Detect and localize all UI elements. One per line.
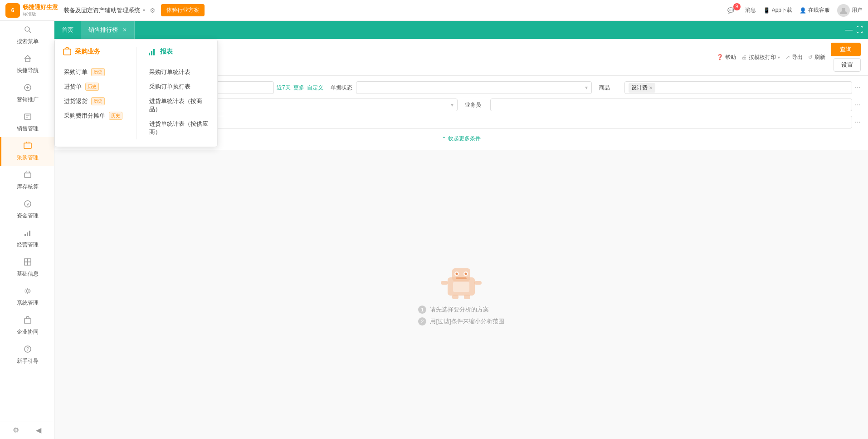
export-action[interactable]: ↗ 导出 [785, 54, 803, 61]
sidebar-settings-btn[interactable]: ⚙ [13, 426, 19, 434]
query-button[interactable]: 查询 [831, 43, 861, 56]
help-action[interactable]: ❓ 帮助 [717, 54, 736, 61]
purchase-icon [24, 142, 32, 152]
dropdown-item-purchase-order-stat[interactable]: 采购订单统计表 [147, 65, 210, 79]
svg-rect-20 [28, 262, 31, 265]
brand-sub: 标准版 [23, 11, 58, 17]
dropdown-item-purchase-expense[interactable]: 采购费用分摊单 历史 [62, 109, 125, 123]
purchase-col-icon [62, 47, 72, 57]
guide-icon: ? [24, 345, 32, 355]
purchase-dropdown-menu: 采购业务 采购订单 历史 进货单 历史 进货退货 历史 采购费用分摊单 历史 报… [54, 39, 218, 147]
salesman-more-icon[interactable]: ··· [855, 101, 861, 109]
goods-tag-text: 设计费 [631, 84, 648, 92]
svg-line-4 [29, 31, 31, 33]
goods-input[interactable]: 设计费 ✕ [624, 81, 852, 94]
online-service-action[interactable]: 👤 在线客服 [800, 6, 830, 14]
sidebar-label-basic: 基础信息 [17, 270, 39, 278]
date-shortcut-7days[interactable]: 近7天 [277, 84, 291, 92]
system-title-text: 装备及固定资产辅助管理系统 [63, 6, 140, 15]
user-action[interactable]: 用户 [837, 4, 863, 17]
avatar [837, 4, 850, 17]
sidebar-collapse-btn[interactable]: ◀ [36, 426, 41, 434]
settings-button[interactable]: 设置 [834, 58, 861, 72]
sidebar-item-basic[interactable]: 基础信息 [0, 253, 54, 282]
refresh-action[interactable]: ↺ 刷新 [808, 54, 825, 61]
svg-point-21 [26, 290, 29, 292]
svg-rect-22 [24, 319, 31, 323]
date-custom[interactable]: 自定义 [307, 84, 323, 92]
dropdown-item-goods-receipt[interactable]: 进货单 历史 [62, 79, 125, 94]
marketing-icon [24, 84, 32, 94]
collapse-button[interactable]: ⌃ 收起更多条件 [442, 133, 481, 144]
sidebar-label-purchase: 采购管理 [17, 154, 39, 162]
purchase-expense-label: 采购费用分摊单 [64, 112, 105, 120]
sidebar-item-sales[interactable]: 销售管理 [0, 108, 54, 137]
sidebar-item-marketing[interactable]: 营销推广 [0, 79, 54, 108]
sidebar-item-system[interactable]: 系统管理 [0, 282, 54, 311]
dropdown-item-goods-return[interactable]: 进货退货 历史 [62, 94, 125, 109]
sidebar-item-guide[interactable]: ? 新手引导 [0, 340, 54, 370]
phone-icon: 📱 [763, 7, 770, 14]
empty-tips: 1 请先选择要分析的方案 2 用[过滤]条件来缩小分析范围 [418, 306, 504, 326]
message-action[interactable]: 💬 9 消息 [727, 6, 756, 14]
svg-rect-36 [453, 282, 469, 292]
goods-more-icon[interactable]: ··· [855, 84, 861, 92]
service-icon: 👤 [800, 7, 806, 14]
main-content: 1 请先选择要分析的方案 2 用[过滤]条件来缩小分析范围 [54, 150, 868, 439]
goods-tag: 设计费 ✕ [629, 83, 655, 93]
customer-more-icon[interactable]: ··· [855, 118, 861, 126]
dropdown-item-receipt-stat-supplier[interactable]: 进货单统计表（按供应商） [147, 117, 210, 139]
app-download-action[interactable]: 📱 App下载 [763, 6, 792, 14]
tip-text-1: 请先选择要分析的方案 [430, 306, 489, 314]
dropdown-divider [136, 47, 137, 139]
message-label: 消息 [745, 6, 756, 14]
tab-maximize-icon[interactable]: ⛶ [856, 26, 863, 34]
arrow-down-icon[interactable]: ▾ [143, 8, 145, 13]
filter-salesman: 业务员 ··· [465, 99, 861, 111]
date-more[interactable]: 更多 [293, 84, 304, 92]
status-input[interactable]: ▾ [356, 81, 592, 94]
filter-status: 单据状态 ▾ [331, 81, 592, 94]
sidebar-item-operations[interactable]: 经营管理 [0, 224, 54, 253]
goods-receipt-label: 进货单 [64, 83, 82, 91]
salesman-input[interactable] [490, 99, 852, 111]
sidebar-item-purchase[interactable]: 采购管理 [0, 137, 54, 166]
svg-rect-31 [456, 277, 467, 279]
report-col-title: 报表 [147, 47, 210, 59]
sidebar-item-enterprise[interactable]: 企业协同 [0, 311, 54, 340]
sidebar-item-finance[interactable]: ¥ 资金管理 [0, 195, 54, 224]
empty-tip-1: 1 请先选择要分析的方案 [418, 306, 504, 314]
print-arrow-icon[interactable]: ▾ [778, 55, 780, 60]
print-label: 按模板打印 [749, 54, 776, 61]
tab-home[interactable]: 首页 [54, 21, 81, 39]
svg-rect-19 [24, 262, 28, 265]
tab-sales-ranking[interactable]: 销售排行榜 ✕ [81, 21, 135, 39]
export-icon: ↗ [785, 54, 790, 60]
tab-minimize-icon[interactable]: — [845, 26, 853, 34]
dropdown-item-receipt-stat-goods[interactable]: 进货单统计表（按商品） [147, 94, 210, 117]
app-download-label: App下载 [772, 6, 792, 14]
collapse-label: 收起更多条件 [448, 135, 481, 143]
goods-tag-close[interactable]: ✕ [649, 85, 653, 90]
svg-rect-17 [24, 259, 28, 262]
tab-close-icon[interactable]: ✕ [122, 27, 127, 33]
refresh-icon: ↺ [808, 54, 813, 60]
export-label: 导出 [792, 54, 803, 61]
trial-button[interactable]: 体验行业方案 [161, 4, 205, 16]
svg-rect-7 [24, 114, 31, 119]
purchase-col: 采购业务 采购订单 历史 进货单 历史 进货退货 历史 采购费用分摊单 历史 [62, 47, 125, 139]
search-icon [24, 25, 32, 36]
svg-rect-14 [24, 234, 26, 236]
sidebar-item-search[interactable]: 搜索菜单 [0, 21, 54, 50]
dropdown-item-purchase-order[interactable]: 采购订单 历史 [62, 65, 125, 79]
home-icon [24, 54, 32, 65]
gear-icon[interactable]: ⚙ [148, 5, 157, 16]
svg-rect-5 [25, 59, 30, 62]
sidebar-item-inventory[interactable]: 库存核算 [0, 166, 54, 195]
print-action[interactable]: 🖨 按模板打印 ▾ [741, 54, 780, 61]
sidebar-label-sales: 销售管理 [17, 125, 39, 133]
svg-point-2 [842, 8, 845, 11]
dropdown-item-purchase-order-exec[interactable]: 采购订单执行表 [147, 79, 210, 94]
sidebar-item-quick[interactable]: 快捷导航 [0, 50, 54, 79]
svg-rect-34 [452, 295, 458, 299]
